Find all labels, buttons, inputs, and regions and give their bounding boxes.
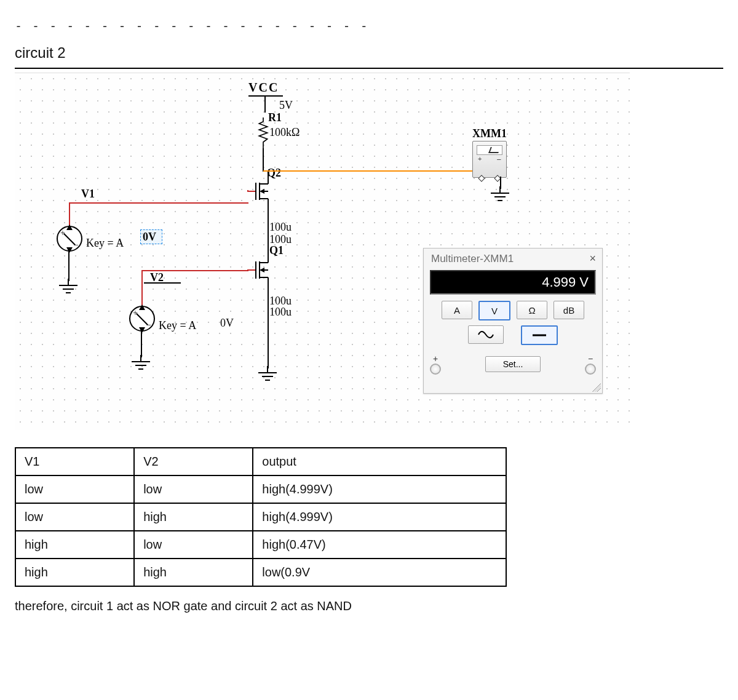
table-row: high low high(0.47V) [15, 531, 506, 559]
wire-red [141, 270, 143, 307]
table-row: low low high(4.999V) [15, 475, 506, 503]
label-xmm1: XMM1 [472, 127, 507, 140]
voltage-source-v2[interactable]: +− [129, 306, 155, 332]
page-title: circuit 2 [15, 44, 723, 62]
fet-icon [247, 179, 272, 204]
set-button[interactable]: Set... [485, 356, 541, 372]
label-q1-l: 100u [269, 306, 292, 319]
resize-grip-icon[interactable] [590, 381, 601, 392]
svg-marker-16 [260, 268, 264, 272]
probe-plus[interactable]: + [430, 354, 441, 375]
ground-icon [491, 193, 509, 205]
table-cell: low [134, 475, 253, 503]
wire-red [141, 270, 248, 271]
wire-orange [263, 170, 485, 172]
table-cell: low [134, 531, 253, 559]
knob-icon [585, 364, 596, 375]
table-cell: high(4.999V) [253, 475, 506, 503]
table-header: output [253, 448, 506, 475]
label-v1: V1 [81, 188, 95, 201]
wire [68, 250, 69, 281]
wire [268, 204, 269, 234]
mode-db-button[interactable]: dB [554, 301, 584, 319]
label-vcc-value: 5V [279, 99, 293, 112]
table-row: high high low(0.9V [15, 559, 506, 586]
close-icon[interactable]: × [589, 252, 596, 265]
mode-volts-button[interactable]: V [478, 301, 510, 320]
dc-button[interactable] [521, 325, 558, 345]
mode-ohms-button[interactable]: Ω [517, 301, 547, 319]
multimeter-titlebar[interactable]: Multimeter-XMM1 × [424, 249, 602, 268]
dc-icon [531, 331, 547, 340]
wire [248, 95, 283, 97]
wire-red [69, 202, 70, 227]
table-cell: high(0.47V) [253, 531, 506, 559]
wire [268, 282, 269, 368]
table-cell: high [15, 559, 134, 586]
plus-icon: + [478, 155, 482, 162]
probe-pin[interactable] [478, 175, 485, 181]
label-vcc: VCC [248, 81, 279, 95]
truth-table: V1 V2 output low low high(4.999V) low hi… [15, 447, 507, 587]
probe-minus[interactable]: − [585, 354, 596, 375]
table-header: V1 [15, 448, 134, 475]
wire [144, 282, 181, 284]
table-cell: high [15, 531, 134, 559]
multimeter-title: Multimeter-XMM1 [431, 253, 514, 265]
table-cell: low [15, 503, 134, 531]
wire [264, 95, 266, 113]
ac-button[interactable] [468, 325, 504, 344]
label-key-a-1: Key = A [86, 237, 124, 250]
multimeter-window[interactable]: Multimeter-XMM1 × 4.999 V A V Ω dB + Set… [423, 248, 603, 394]
wire-red [69, 202, 248, 204]
conclusion-text: therefore, circuit 1 act as NOR gate and… [15, 599, 723, 613]
mode-button-row: A V Ω dB [424, 301, 602, 320]
transistor-q1[interactable] [247, 258, 272, 282]
minus-label: − [588, 354, 593, 364]
resistor-r1[interactable] [257, 117, 269, 148]
wire [263, 148, 264, 172]
table-cell: high [134, 503, 253, 531]
separator [15, 68, 723, 69]
signal-button-row [424, 325, 602, 345]
table-cell: high(4.999V) [253, 503, 506, 531]
table-cell: low(0.9V [253, 559, 506, 586]
wire [268, 234, 269, 259]
meter-thumb-screen [477, 145, 502, 155]
mode-amps-button[interactable]: A [442, 301, 472, 319]
ground-icon [132, 361, 150, 373]
label-q1: Q1 [269, 244, 284, 257]
transistor-q2[interactable] [247, 179, 272, 204]
resistor-icon [257, 117, 269, 148]
label-v1-value[interactable]: 0V [143, 231, 156, 244]
sine-icon [478, 330, 494, 339]
dashed-rule: - - - - - - - - - - - - - - - - - - - - … [15, 18, 723, 33]
table-row: low high high(4.999V) [15, 503, 506, 531]
label-q2-w: 100u [269, 221, 292, 234]
voltage-source-v1[interactable]: +− [57, 226, 82, 252]
label-key-a-2: Key = A [159, 319, 196, 332]
ground-icon [59, 285, 77, 297]
ground-icon [258, 372, 277, 384]
minus-icon: − [496, 155, 501, 164]
schematic-canvas[interactable]: VCC 5V R1 100kΩ Q2 100u 100u Q1 [15, 73, 630, 430]
plus-label: + [433, 354, 438, 364]
table-row: V1 V2 output [15, 448, 506, 475]
table-header: V2 [134, 448, 253, 475]
wire [141, 330, 142, 357]
multimeter-instrument[interactable]: + − [472, 141, 507, 178]
label-v2-value: 0V [220, 317, 234, 330]
table-cell: high [134, 559, 253, 586]
svg-marker-7 [260, 189, 264, 194]
wire [268, 172, 269, 180]
label-r1-value: 100kΩ [269, 126, 300, 139]
table-cell: low [15, 475, 134, 503]
label-q2: Q2 [267, 167, 281, 180]
wire-red [247, 190, 248, 191]
knob-icon [430, 364, 441, 375]
multimeter-display: 4.999 V [430, 270, 596, 295]
label-r1: R1 [268, 111, 282, 124]
fet-icon [247, 258, 272, 282]
